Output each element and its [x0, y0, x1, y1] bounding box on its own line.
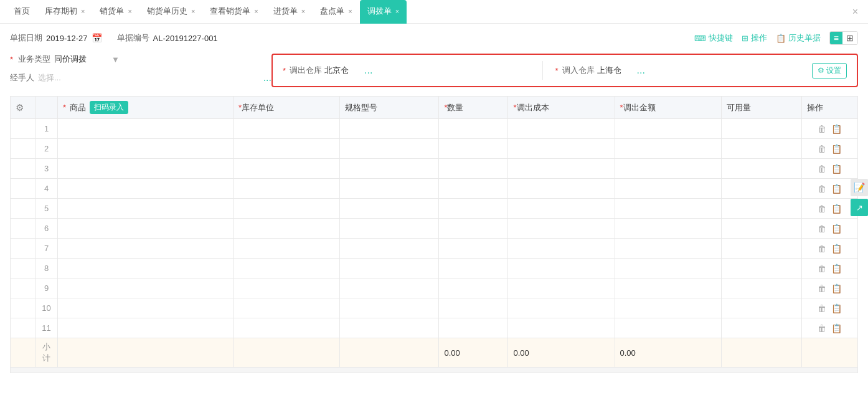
delete-row-7-button[interactable]: 🗑 [818, 244, 826, 254]
handler-placeholder[interactable]: 选择... [38, 72, 88, 83]
scan-input-button[interactable]: 扫码录入 [90, 101, 128, 114]
tab-close-transfer[interactable]: × [395, 7, 399, 15]
tab-close-inventory-count[interactable]: × [348, 7, 352, 15]
row-spec-8[interactable] [340, 259, 439, 278]
row-quantity-11[interactable] [439, 318, 508, 338]
row-cost-9[interactable] [508, 278, 615, 298]
row-spec-6[interactable] [340, 219, 439, 239]
row-unit-8[interactable] [233, 259, 339, 278]
tab-sales-history[interactable]: 销货单历史 × [139, 0, 202, 24]
row-unit-3[interactable] [233, 159, 339, 179]
row-cost-6[interactable] [508, 219, 615, 239]
row-amount-3[interactable] [615, 159, 721, 179]
row-product-10[interactable] [58, 298, 234, 318]
row-spec-9[interactable] [340, 278, 439, 298]
row-cost-8[interactable] [508, 259, 615, 278]
row-spec-7[interactable] [340, 239, 439, 259]
row-amount-5[interactable] [615, 199, 721, 219]
row-unit-9[interactable] [233, 278, 339, 298]
delete-row-4-button[interactable]: 🗑 [818, 184, 826, 194]
row-cost-10[interactable] [508, 298, 615, 318]
delete-row-1-button[interactable]: 🗑 [818, 124, 826, 134]
row-amount-11[interactable] [615, 318, 721, 338]
row-quantity-6[interactable] [439, 219, 508, 239]
row-unit-1[interactable] [233, 119, 339, 139]
row-quantity-3[interactable] [439, 159, 508, 179]
row-product-8[interactable] [58, 259, 234, 278]
copy-row-7-button[interactable]: 📋 [831, 244, 842, 254]
delete-row-3-button[interactable]: 🗑 [818, 164, 826, 174]
list-view-button[interactable]: ≡ [830, 32, 842, 44]
row-amount-8[interactable] [615, 259, 721, 278]
row-quantity-5[interactable] [439, 199, 508, 219]
row-spec-4[interactable] [340, 179, 439, 199]
copy-row-1-button[interactable]: 📋 [831, 124, 842, 134]
tab-transfer[interactable]: 调拨单 × [360, 0, 407, 24]
operate-action[interactable]: ⊞ 操作 [742, 32, 767, 44]
tab-inventory-init[interactable]: 库存期初 × [37, 0, 92, 24]
row-amount-9[interactable] [615, 278, 721, 298]
copy-row-6-button[interactable]: 📋 [831, 224, 842, 234]
tab-view-sales[interactable]: 查看销货单 × [202, 0, 265, 24]
row-unit-2[interactable] [233, 139, 339, 159]
row-quantity-10[interactable] [439, 298, 508, 318]
row-quantity-8[interactable] [439, 259, 508, 278]
copy-row-10-button[interactable]: 📋 [831, 303, 842, 313]
row-product-5[interactable] [58, 199, 234, 219]
row-unit-5[interactable] [233, 199, 339, 219]
delete-row-9-button[interactable]: 🗑 [818, 283, 826, 293]
copy-row-4-button[interactable]: 📋 [831, 184, 842, 194]
row-cost-4[interactable] [508, 179, 615, 199]
row-spec-10[interactable] [340, 298, 439, 318]
row-amount-10[interactable] [615, 298, 721, 318]
row-cost-11[interactable] [508, 318, 615, 338]
settings-button[interactable]: ⚙ 设置 [812, 63, 847, 79]
delete-row-11-button[interactable]: 🗑 [818, 323, 826, 333]
row-product-6[interactable] [58, 219, 234, 239]
handler-more-icon[interactable]: ... [263, 72, 271, 83]
transfer-out-more-button[interactable]: ... [364, 65, 372, 76]
row-product-2[interactable] [58, 139, 234, 159]
copy-row-8-button[interactable]: 📋 [831, 264, 842, 274]
float-note-button[interactable]: 📝 [851, 179, 868, 196]
copy-row-11-button[interactable]: 📋 [831, 323, 842, 333]
delete-row-2-button[interactable]: 🗑 [818, 144, 826, 154]
row-cost-5[interactable] [508, 199, 615, 219]
tab-close-inventory-init[interactable]: × [81, 7, 85, 15]
global-close-button[interactable]: × [849, 6, 862, 17]
row-unit-4[interactable] [233, 179, 339, 199]
shortcut-action[interactable]: ⌨ 快捷键 [694, 32, 733, 44]
copy-row-5-button[interactable]: 📋 [831, 204, 842, 214]
tab-home[interactable]: 首页 [6, 0, 37, 24]
row-quantity-2[interactable] [439, 139, 508, 159]
row-unit-7[interactable] [233, 239, 339, 259]
row-cost-7[interactable] [508, 239, 615, 259]
row-cost-1[interactable] [508, 119, 615, 139]
row-product-3[interactable] [58, 159, 234, 179]
tab-close-sales-order[interactable]: × [128, 7, 131, 15]
business-type-dropdown-icon[interactable]: ▼ [111, 55, 120, 64]
row-spec-5[interactable] [340, 199, 439, 219]
row-amount-6[interactable] [615, 219, 721, 239]
row-amount-4[interactable] [615, 179, 721, 199]
row-product-1[interactable] [58, 119, 234, 139]
float-export-button[interactable]: ↗ [851, 199, 868, 216]
tab-close-sales-history[interactable]: × [191, 7, 195, 15]
copy-row-9-button[interactable]: 📋 [831, 283, 842, 293]
calendar-icon[interactable]: 📅 [92, 33, 102, 43]
row-quantity-7[interactable] [439, 239, 508, 259]
row-unit-11[interactable] [233, 318, 339, 338]
tab-sales-order[interactable]: 销货单 × [92, 0, 139, 24]
row-product-11[interactable] [58, 318, 234, 338]
history-action[interactable]: 📋 历史单据 [776, 32, 821, 44]
delete-row-6-button[interactable]: 🗑 [818, 224, 826, 234]
table-settings-icon[interactable]: ⚙ [16, 102, 24, 113]
row-cost-3[interactable] [508, 159, 615, 179]
tab-close-purchase[interactable]: × [301, 7, 305, 15]
tab-inventory-count[interactable]: 盘点单 × [313, 0, 359, 24]
transfer-in-more-button[interactable]: ... [637, 65, 645, 76]
row-quantity-9[interactable] [439, 278, 508, 298]
row-product-9[interactable] [58, 278, 234, 298]
tab-close-view-sales[interactable]: × [254, 7, 258, 15]
row-spec-3[interactable] [340, 159, 439, 179]
